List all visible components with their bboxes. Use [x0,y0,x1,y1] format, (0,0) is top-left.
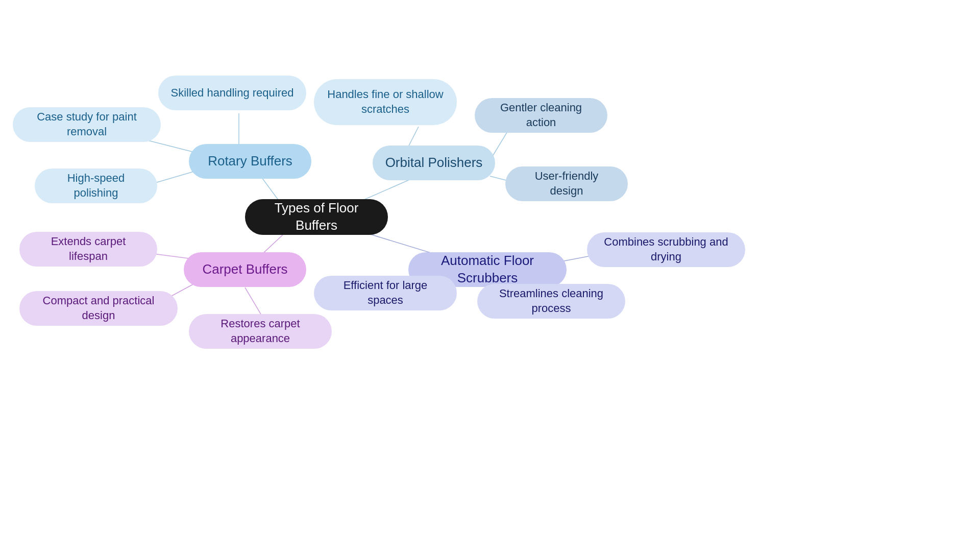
orbital-polishers-node: Orbital Polishers [373,146,495,180]
handles-scratches-node: Handles fine or shallow scratches [314,79,457,125]
svg-line-12 [245,287,263,318]
efficient-spaces-node: Efficient for large spaces [314,276,457,310]
combines-scrubbing-node: Combines scrubbing and drying [587,232,745,267]
restores-carpet-node: Restores carpet appearance [189,314,332,349]
user-friendly-node: User-friendly design [505,166,628,201]
gentler-cleaning-node: Gentler cleaning action [475,98,607,133]
center-node: Types of Floor Buffers [245,199,388,235]
skilled-handling-node: Skilled handling required [158,76,306,110]
paint-removal-node: Case study for paint removal [13,107,161,142]
compact-design-node: Compact and practical design [19,291,178,326]
highspeed-polishing-node: High-speed polishing [35,169,157,203]
extends-carpet-node: Extends carpet lifespan [19,232,157,267]
rotary-buffers-node: Rotary Buffers [189,144,311,179]
streamlines-cleaning-node: Streamlines cleaning process [477,284,625,319]
carpet-buffers-node: Carpet Buffers [184,252,306,287]
